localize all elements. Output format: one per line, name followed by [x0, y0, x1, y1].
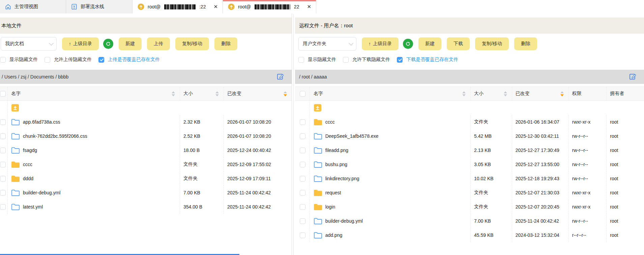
file-name[interactable]: request — [325, 190, 341, 195]
table-row[interactable] — [0, 101, 292, 115]
close-icon[interactable]: ✕ — [209, 4, 218, 10]
new-button[interactable]: 新建 — [418, 37, 441, 50]
parent-directory-button[interactable]: ↑上级目录 — [362, 37, 399, 50]
upload-button[interactable]: 上传 — [147, 37, 170, 50]
edit-path-icon[interactable] — [629, 73, 637, 82]
column-header-permissions[interactable]: 权限 — [568, 87, 607, 100]
table-row[interactable]: request 文件夹 2025-12-07 21:30:03 rwxr-xr-… — [295, 186, 644, 200]
local-location-select[interactable]: 我的文档 — [1, 37, 57, 51]
table-row[interactable]: fsagdg 18.00 B 2025-12-24 00:40:42 — [0, 143, 292, 157]
table-row[interactable]: latest.yml 354.00 B 2025-11-24 00:42:42 — [0, 200, 292, 214]
checkbox[interactable] — [298, 57, 304, 63]
file-name[interactable]: bushu.png — [325, 162, 347, 167]
parent-directory-icon[interactable] — [314, 104, 322, 112]
table-row[interactable]: builder-debug.yml 7.00 KB 2025-11-24 00:… — [295, 214, 644, 228]
table-row[interactable]: bushu.png 3.05 KB 2025-12-27 13:55:00 rw… — [295, 157, 644, 171]
file-name[interactable]: add.png — [325, 232, 343, 238]
file-name[interactable]: app.6fad738a.css — [23, 119, 60, 125]
file-name[interactable]: builder-debug.yml — [23, 190, 60, 195]
parent-directory-button[interactable]: ↑上级目录 — [62, 37, 99, 50]
row-checkbox[interactable] — [300, 232, 305, 238]
column-header-owner[interactable]: 拥有者 — [606, 87, 644, 100]
local-table-header: 名字 大小 已改变 — [0, 87, 292, 101]
file-name[interactable]: login — [325, 204, 335, 210]
table-row[interactable]: builder-debug.yml 7.00 KB 2025-11-24 00:… — [0, 186, 292, 200]
file-name[interactable]: dddd — [23, 176, 33, 181]
column-header-name[interactable]: 名字 — [7, 87, 180, 100]
row-checkbox[interactable] — [300, 133, 305, 139]
file-name[interactable]: fsagdg — [23, 148, 37, 153]
row-checkbox[interactable] — [0, 162, 6, 167]
file-name[interactable]: cccc — [325, 119, 335, 125]
row-checkbox[interactable] — [300, 148, 305, 153]
table-row[interactable]: chunk-762dd2bc.595f2066.css 2.52 KB 2026… — [0, 129, 292, 143]
row-checkbox[interactable] — [300, 190, 305, 196]
file-name[interactable]: builder-debug.yml — [325, 218, 363, 224]
column-header-name[interactable]: 名字 — [310, 87, 470, 100]
file-owner: root — [606, 186, 644, 200]
table-row[interactable]: app.6fad738a.css 2.32 KB 2026-01-07 10:0… — [0, 115, 292, 129]
file-name[interactable]: cccc — [23, 162, 32, 167]
column-header-size[interactable]: 大小 — [180, 87, 224, 100]
row-checkbox[interactable] — [300, 176, 305, 182]
table-row[interactable]: cccc 文件夹 2026-01-06 16:34:07 rwxr-xr-x r… — [295, 115, 644, 129]
tab-ssh-session-1[interactable]: root@:22 ✕ — [133, 0, 223, 13]
file-size: 2.32 KB — [180, 115, 224, 129]
delete-button[interactable]: 删除 — [514, 37, 537, 50]
option-overwrite-on-download[interactable]: 下载是否覆盖已存在文件 — [397, 57, 458, 63]
row-checkbox[interactable] — [300, 204, 305, 210]
checkbox[interactable] — [0, 57, 6, 63]
checkbox[interactable] — [45, 57, 50, 63]
edit-path-icon[interactable] — [276, 73, 284, 82]
row-checkbox[interactable] — [0, 148, 6, 153]
row-checkbox[interactable] — [0, 133, 6, 139]
tab-ssh-session-2[interactable]: root@22 ✕ — [223, 0, 316, 13]
file-name[interactable]: latest.yml — [23, 204, 43, 210]
tab-main-management-view[interactable]: 主管理视图 — [0, 0, 66, 13]
remote-location-select[interactable]: 用户文件夹 — [298, 37, 356, 51]
checkbox[interactable] — [98, 57, 104, 63]
select-all-checkbox[interactable] — [0, 91, 6, 97]
file-name[interactable]: chunk-762dd2bc.595f2066.css — [23, 133, 87, 139]
column-header-modified[interactable]: 已改变 — [512, 87, 568, 100]
row-checkbox[interactable] — [300, 119, 305, 125]
download-button[interactable]: 下载 — [447, 37, 470, 50]
copy-move-button[interactable]: 复制/移动 — [175, 37, 209, 50]
table-row[interactable]: linkdirectory.png 10.02 KB 2025-12-18 19… — [295, 171, 644, 186]
table-row[interactable]: login 文件夹 2025-12-07 20:20:45 rwxr-xr-x … — [295, 200, 644, 214]
table-row[interactable]: dddd 文件夹 2025-12-09 17:09:11 — [0, 171, 292, 186]
tab-label-port: 22 — [294, 4, 299, 9]
table-row[interactable] — [295, 101, 644, 115]
row-checkbox[interactable] — [0, 190, 6, 196]
row-checkbox[interactable] — [300, 162, 305, 167]
file-name[interactable]: DeepSeek_1afb4578.exe — [325, 133, 379, 139]
tab-deploy-pipeline[interactable]: 部署流水线 — [66, 0, 133, 13]
column-header-size[interactable]: 大小 — [470, 87, 512, 100]
checkbox[interactable] — [343, 57, 349, 63]
delete-button[interactable]: 删除 — [214, 37, 237, 50]
refresh-button[interactable] — [103, 39, 113, 49]
checkbox[interactable] — [397, 57, 403, 63]
file-name[interactable]: fileadd.png — [325, 148, 349, 153]
table-row[interactable]: fileadd.png 2.13 KB 2025-12-27 17:30:49 … — [295, 143, 644, 157]
option-allow-hidden-upload[interactable]: 允许上传隐藏文件 — [45, 57, 92, 63]
file-name[interactable]: linkdirectory.png — [325, 176, 359, 181]
option-overwrite-on-upload[interactable]: 上传是否覆盖已存在文件 — [98, 57, 160, 63]
refresh-button[interactable] — [403, 39, 413, 49]
table-row[interactable]: DeepSeek_1afb4578.exe 5.42 MB 2025-12-30… — [295, 129, 644, 143]
select-all-checkbox[interactable] — [300, 91, 305, 97]
close-icon[interactable]: ✕ — [302, 4, 311, 10]
new-button[interactable]: 新建 — [119, 37, 142, 50]
column-header-modified[interactable]: 已改变 — [224, 87, 292, 100]
row-checkbox[interactable] — [0, 204, 6, 210]
row-checkbox[interactable] — [0, 176, 6, 182]
table-row[interactable]: add.png 45.59 KB 2024-03-12 15:32:04 r--… — [295, 228, 644, 242]
option-show-hidden-files[interactable]: 显示隐藏文件 — [298, 57, 336, 63]
copy-move-button[interactable]: 复制/移动 — [475, 37, 509, 50]
parent-directory-icon[interactable] — [11, 104, 19, 112]
option-show-hidden-files[interactable]: 显示隐藏文件 — [0, 57, 38, 63]
row-checkbox[interactable] — [0, 119, 6, 125]
row-checkbox[interactable] — [300, 218, 305, 224]
option-allow-hidden-download[interactable]: 允许下载隐藏文件 — [343, 57, 390, 63]
table-row[interactable]: cccc 文件夹 2025-12-09 17:55:02 — [0, 157, 292, 171]
